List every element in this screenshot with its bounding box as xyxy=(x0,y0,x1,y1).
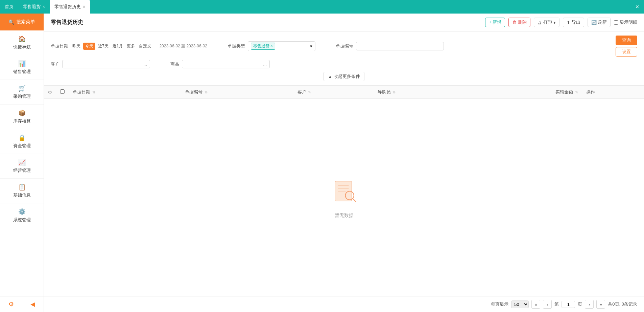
prev-page-button[interactable]: ‹ xyxy=(543,300,552,309)
doc-type-select[interactable]: 零售退货 × ▾ xyxy=(248,41,315,51)
per-page-label: 每页显示 xyxy=(491,301,508,307)
tab-retail-return-history[interactable]: 零售退货历史 × xyxy=(50,0,90,14)
table-container: ⚙ 单据日期 ⇅ 单据编号 ⇅ xyxy=(44,86,644,296)
table-settings-icon[interactable]: ⚙ xyxy=(48,90,52,95)
tab-retail-return[interactable]: 零售退货 × xyxy=(18,0,50,14)
date-btn-more[interactable]: 更多 xyxy=(125,43,136,49)
th-number: 单据编号 ⇅ xyxy=(181,86,293,99)
customer-label: 客户 xyxy=(51,61,59,67)
settings-icon[interactable]: ⚙ xyxy=(8,300,14,308)
sidebar-item-sales[interactable]: 📊 销售管理 xyxy=(0,55,44,80)
sidebar: 🔍 搜索菜单 🏠 快捷导航 📊 销售管理 🛒 采购管理 📦 库存核算 🔒 资金管… xyxy=(0,14,44,312)
tab-home[interactable]: 首页 xyxy=(0,0,18,14)
collapse-up-icon: ▲ xyxy=(328,74,332,79)
add-button[interactable]: + 新增 xyxy=(485,18,505,27)
per-page-select[interactable]: 10 20 50 100 xyxy=(511,300,529,308)
collapse-button[interactable]: ▲ 收起更多条件 xyxy=(324,72,364,81)
last-page-button[interactable]: » xyxy=(596,300,605,309)
header-actions: + 新增 🗑 删除 🖨 打印 ▾ ⬆ 导出 🔄 刷新 显示明细 xyxy=(485,18,637,27)
sidebar-item-label: 系统管理 xyxy=(13,217,31,223)
cart-icon: 🛒 xyxy=(18,85,26,92)
goods-ellipsis: ... xyxy=(263,62,267,67)
main-layout: 🔍 搜索菜单 🏠 快捷导航 📊 销售管理 🛒 采购管理 📦 库存核算 🔒 资金管… xyxy=(0,14,644,312)
sidebar-search-label: 搜索菜单 xyxy=(16,19,35,25)
date-filter-group: 单据日期 昨天 今天 近7天 近1月 更多 自定义 xyxy=(51,43,152,50)
next-page-button[interactable]: › xyxy=(585,300,594,309)
doc-no-label: 单据编号 xyxy=(336,43,353,49)
query-button[interactable]: 查询 xyxy=(616,36,637,45)
th-settings: ⚙ xyxy=(44,86,56,99)
export-button[interactable]: ⬆ 导出 xyxy=(563,18,584,27)
refresh-icon: 🔄 xyxy=(591,20,597,25)
date-btn-today[interactable]: 今天 xyxy=(83,43,95,50)
sort-number-icon[interactable]: ⇅ xyxy=(205,90,208,94)
tab-retail-return-history-close[interactable]: × xyxy=(83,4,85,9)
doc-type-tag: 零售退货 × xyxy=(251,43,275,50)
select-all-checkbox[interactable] xyxy=(60,89,65,94)
sidebar-item-quick-nav[interactable]: 🏠 快捷导航 xyxy=(0,30,44,55)
sidebar-search[interactable]: 🔍 搜索菜单 xyxy=(0,14,44,30)
sidebar-item-operations[interactable]: 📈 经营管理 xyxy=(0,154,44,179)
sidebar-item-label: 快捷导航 xyxy=(13,44,31,50)
print-button[interactable]: 🖨 打印 ▾ xyxy=(534,18,559,27)
home-icon: 🏠 xyxy=(18,35,26,43)
settings-filter-button[interactable]: 设置 xyxy=(616,47,637,57)
page-number-input[interactable] xyxy=(562,301,575,308)
total-label: 共0页, 0条记录 xyxy=(608,301,637,307)
delete-button[interactable]: 🗑 删除 xyxy=(508,18,530,27)
goods-filter-group: 商品 ... xyxy=(170,60,270,68)
customer-input[interactable]: ... xyxy=(62,60,150,68)
refresh-button[interactable]: 🔄 刷新 xyxy=(588,18,611,27)
customer-ellipsis: ... xyxy=(143,62,147,67)
sidebar-item-finance[interactable]: 🔒 资金管理 xyxy=(0,129,44,154)
empty-icon xyxy=(329,177,359,207)
sidebar-item-basic-info[interactable]: 📋 基础信息 xyxy=(0,179,44,203)
sidebar-bottom: ⚙ ◀ xyxy=(0,296,44,312)
window-close-button[interactable]: × xyxy=(630,0,644,14)
print-chevron-icon: ▾ xyxy=(553,20,556,25)
sidebar-item-system[interactable]: ⚙️ 系统管理 xyxy=(0,203,44,228)
doc-type-label: 单据类型 xyxy=(228,43,245,49)
sidebar-item-inventory[interactable]: 📦 库存核算 xyxy=(0,105,44,129)
doc-no-filter-group: 单据编号 xyxy=(336,42,444,50)
date-btn-7days[interactable]: 近7天 xyxy=(97,43,110,49)
goods-input[interactable]: ... xyxy=(182,60,270,68)
th-customer: 客户 ⇅ xyxy=(293,86,374,99)
collapse-sidebar-icon[interactable]: ◀ xyxy=(30,300,35,308)
table-wrapper: ⚙ 单据日期 ⇅ 单据编号 ⇅ xyxy=(44,86,644,99)
date-range-value: 2023-06-02 至 2023-06-02 xyxy=(159,43,207,49)
svg-line-5 xyxy=(353,198,356,201)
sort-date-icon[interactable]: ⇅ xyxy=(92,90,95,94)
sidebar-item-purchase[interactable]: 🛒 采购管理 xyxy=(0,80,44,105)
content-area: 零售退货历史 + 新增 🗑 删除 🖨 打印 ▾ ⬆ 导出 🔄 刷新 xyxy=(44,14,644,312)
date-btn-custom[interactable]: 自定义 xyxy=(138,43,152,49)
date-btn-1month[interactable]: 近1月 xyxy=(111,43,124,49)
collapse-row: ▲ 收起更多条件 xyxy=(51,72,637,81)
chart-icon: 📊 xyxy=(18,60,26,67)
date-btn-yesterday[interactable]: 昨天 xyxy=(71,43,82,49)
export-icon: ⬆ xyxy=(567,20,570,25)
tag-close-icon[interactable]: × xyxy=(270,44,273,48)
sidebar-item-label: 库存核算 xyxy=(13,118,31,124)
tab-retail-return-close[interactable]: × xyxy=(43,4,45,9)
th-checkbox xyxy=(56,86,69,99)
empty-text: 暂无数据 xyxy=(335,213,354,219)
date-shortcuts: 昨天 今天 近7天 近1月 更多 自定义 xyxy=(71,43,152,50)
first-page-button[interactable]: « xyxy=(531,300,540,309)
print-icon: 🖨 xyxy=(538,20,542,25)
sort-guide-icon[interactable]: ⇅ xyxy=(392,90,396,94)
sort-amount-icon[interactable]: ⇅ xyxy=(575,90,578,94)
page-title: 零售退货历史 xyxy=(51,19,83,26)
date-range-group: 2023-06-02 至 2023-06-02 xyxy=(159,43,207,49)
show-detail-checkbox-label[interactable]: 显示明细 xyxy=(614,19,637,25)
sort-customer-icon[interactable]: ⇅ xyxy=(308,90,311,94)
show-detail-checkbox[interactable] xyxy=(614,20,618,25)
page-suffix: 页 xyxy=(578,301,582,307)
lock-icon: 🔒 xyxy=(18,134,26,141)
trend-icon: 📈 xyxy=(18,159,26,166)
filter-row-1: 单据日期 昨天 今天 近7天 近1月 更多 自定义 2023-06-02 至 2… xyxy=(51,36,637,57)
sidebar-item-label: 销售管理 xyxy=(13,69,31,75)
customer-filter-group: 客户 ... xyxy=(51,60,150,68)
doc-no-input[interactable] xyxy=(356,42,444,50)
filter-area: 单据日期 昨天 今天 近7天 近1月 更多 自定义 2023-06-02 至 2… xyxy=(44,31,644,86)
